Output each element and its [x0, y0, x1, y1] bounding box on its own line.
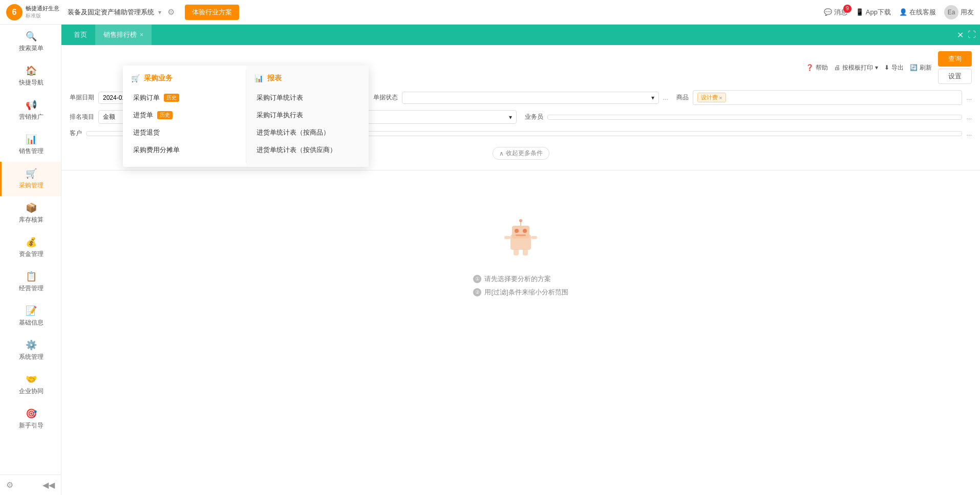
export-label: 导出 [891, 63, 904, 72]
report-section-header: 📊 报表 [254, 74, 361, 83]
sidebar-item-enterprise[interactable]: 🤝 企业协同 [0, 368, 61, 402]
sidebar-collapse-icon[interactable]: ◀◀ [42, 480, 55, 490]
main-layout: 🔍 搜索菜单 🏠 快捷导航 📢 营销推广 📊 销售管理 🛒 采购管理 📦 库存核… [0, 25, 980, 495]
tab-close-icon[interactable]: × [140, 31, 143, 38]
salesman-input[interactable] [547, 115, 962, 120]
sidebar-item-search[interactable]: 🔍 搜索菜单 [0, 25, 61, 59]
settings-icon[interactable]: ⚙ [167, 7, 175, 17]
collapse-btn[interactable]: ∧ 收起更多条件 [493, 147, 549, 160]
tab-expand-icon[interactable]: ⛶ [968, 30, 976, 39]
sidebar: 🔍 搜索菜单 🏠 快捷导航 📢 营销推广 📊 销售管理 🛒 采购管理 📦 库存核… [0, 25, 61, 495]
collapse-arrow-icon: ∧ [499, 150, 504, 157]
tab-sales-rank[interactable]: 销售排行榜 × [95, 25, 152, 45]
receipt-stat-goods-label: 进货单统计表（按商品） [257, 128, 330, 137]
sidebar-item-marketing[interactable]: 📢 营销推广 [0, 93, 61, 127]
logo-text: 畅捷通好生意 [26, 5, 59, 12]
purchase-section-header: 🛒 采购业务 [131, 74, 238, 83]
user-btn[interactable]: Ea 用友 [944, 5, 974, 19]
purchase-order-stat-item[interactable]: 采购订单统计表 [254, 89, 361, 106]
report-section: 📊 报表 采购订单统计表 采购订单执行表 进货单统计表（按商品） 进货单统计表（… [246, 66, 369, 167]
goods-label: 商品 [676, 93, 689, 102]
empty-tip-2: ② 用[过滤]条件来缩小分析范围 [473, 286, 568, 299]
refresh-label: 刷新 [920, 63, 932, 72]
sidebar-label-purchase: 采购管理 [19, 181, 44, 190]
enterprise-icon: 🤝 [26, 374, 37, 385]
salesman-dots[interactable]: ... [966, 113, 972, 121]
sidebar-label-inventory: 库存核算 [19, 216, 44, 224]
purchase-receipt-item[interactable]: 进货单 历史 [131, 106, 238, 124]
svg-point-2 [515, 229, 519, 233]
export-icon: ⬇ [884, 64, 889, 71]
sidebar-settings-icon[interactable]: ⚙ [6, 480, 13, 490]
goods-tag: 设计费 × [697, 93, 726, 102]
refresh-btn[interactable]: 🔄 刷新 [910, 63, 932, 72]
sidebar-item-guide[interactable]: 🎯 新手引导 [0, 402, 61, 436]
goods-input[interactable]: 设计费 × [693, 90, 962, 105]
query-button[interactable]: 查询 [938, 51, 972, 67]
empty-illustration [495, 211, 546, 264]
sidebar-item-sales[interactable]: 📊 销售管理 [0, 127, 61, 162]
sidebar-label-finance: 资金管理 [19, 250, 44, 259]
tab-home[interactable]: 首页 [66, 25, 95, 45]
purchase-return-item[interactable]: 进货退货 [131, 124, 238, 141]
system-title-area: 装备及固定资产辅助管理系统 ▾ ⚙ 体验行业方案 [68, 5, 824, 20]
tab-bar-right: ✕ ⛶ [957, 30, 976, 40]
template-print-btn[interactable]: 🖨 按模板打印 ▾ [834, 63, 878, 72]
receipt-stat-supplier-item[interactable]: 进货单统计表（按供应商） [254, 141, 361, 159]
marketing-icon: 📢 [26, 99, 37, 111]
sidebar-item-operations[interactable]: 📋 经营管理 [0, 265, 61, 299]
purchase-expense-label: 采购费用分摊单 [133, 145, 180, 155]
sidebar-item-finance[interactable]: 💰 资金管理 [0, 230, 61, 265]
status-input[interactable]: ▾ [402, 92, 659, 104]
tip-num-1: ① [473, 275, 481, 283]
chevron-down-icon: ▾ [651, 94, 654, 101]
status-dots[interactable]: ... [663, 94, 669, 101]
status-label: 单据状态 [373, 93, 398, 102]
refresh-icon: 🔄 [910, 64, 918, 71]
collapse-label: 收起更多条件 [506, 149, 543, 158]
set-button[interactable]: 设置 [938, 69, 972, 84]
tip-num-2: ② [473, 288, 481, 296]
system-icon: ⚙️ [26, 339, 37, 351]
industry-btn[interactable]: 体验行业方案 [185, 5, 239, 20]
message-btn[interactable]: 💬 消息 9 [824, 8, 847, 17]
customer-dots[interactable]: ... [966, 130, 972, 137]
purchase-order-item[interactable]: 采购订单 历史 [131, 89, 238, 106]
svg-rect-7 [504, 236, 510, 239]
sidebar-item-basic-info[interactable]: 📝 基础信息 [0, 299, 61, 333]
basic-icon: 📝 [26, 305, 37, 316]
svg-rect-10 [523, 249, 528, 255]
sidebar-item-inventory[interactable]: 📦 库存核算 [0, 196, 61, 230]
tab-home-label: 首页 [74, 30, 87, 39]
goods-tag-remove[interactable]: × [719, 95, 722, 101]
mobile-icon: 📱 [856, 8, 864, 16]
sidebar-item-system[interactable]: ⚙️ 系统管理 [0, 333, 61, 368]
purchase-receipt-label: 进货单 [133, 111, 153, 120]
tab-close-all-icon[interactable]: ✕ [957, 30, 964, 40]
purchase-order-stat-label: 采购订单统计表 [257, 93, 303, 102]
purchase-section-icon: 🛒 [131, 74, 140, 82]
message-badge: 9 [843, 5, 851, 13]
empty-state: ① 请先选择要分析的方案 ② 用[过滤]条件来缩小分析范围 [61, 170, 980, 340]
svg-rect-4 [516, 234, 526, 236]
purchase-order-exec-item[interactable]: 采购订单执行表 [254, 106, 361, 124]
sidebar-item-purchase[interactable]: 🛒 采购管理 [0, 162, 61, 196]
sidebar-item-quick-nav[interactable]: 🏠 快捷导航 [0, 59, 61, 93]
customer-label: 客户 [70, 129, 82, 138]
salesman-label: 业务员 [525, 113, 543, 121]
tip-text-2: 用[过滤]条件来缩小分析范围 [484, 286, 568, 299]
purchase-expense-item[interactable]: 采购费用分摊单 [131, 141, 238, 159]
receipt-stat-goods-item[interactable]: 进货单统计表（按商品） [254, 124, 361, 141]
export-btn[interactable]: ⬇ 导出 [884, 63, 904, 72]
empty-robot-svg [495, 211, 546, 263]
tab-bar: 首页 销售排行榜 × ✕ ⛶ [61, 25, 980, 45]
online-service-btn[interactable]: 👤 在线客服 [899, 8, 936, 17]
user-label: 用友 [961, 8, 974, 17]
goods-dots[interactable]: ... [966, 94, 972, 101]
logo-icon: 6 [6, 4, 23, 20]
home-icon: 🏠 [26, 65, 37, 76]
app-download-btn[interactable]: 📱 App下载 [856, 8, 891, 17]
system-title-dropdown[interactable]: ▾ [158, 9, 161, 16]
purchase-section-title: 采购业务 [144, 74, 173, 83]
help-btn[interactable]: ❓ 帮助 [806, 63, 828, 72]
